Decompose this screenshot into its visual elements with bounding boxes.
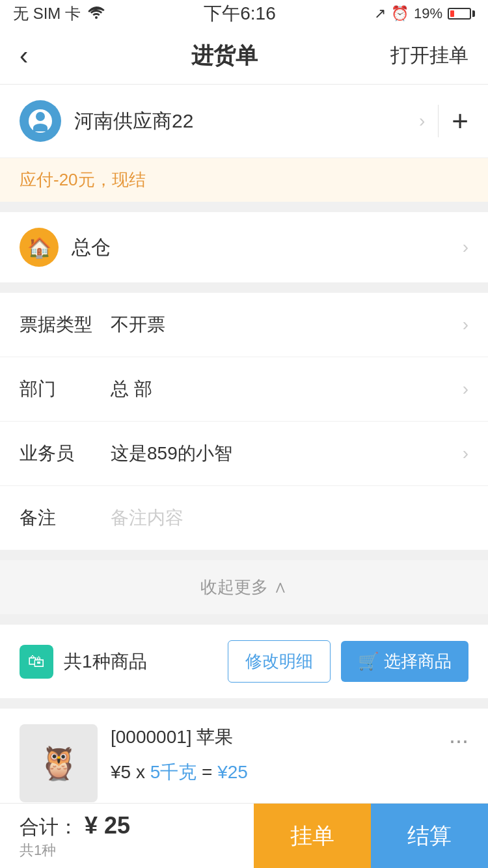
section-gap [0,614,488,625]
supplier-avatar [20,100,61,142]
remark-label: 备注 [20,506,111,530]
collapse-label: 收起更多 ∧ [200,577,287,597]
invoice-row[interactable]: 票据类型 不开票 › [0,293,488,357]
avatar-person-icon [29,109,52,133]
product-name: [0000001] 苹果 [111,724,436,750]
dept-chevron-icon: › [463,379,468,400]
invoice-chevron-icon: › [463,314,468,335]
status-left: 无 SIM 卡 [13,3,105,24]
staff-row[interactable]: 业务员 这是859的小智 › [0,422,488,486]
product-item: 🦉 [0000001] 苹果 ¥5 x 5千克 = ¥25 ··· [0,709,488,818]
price-equals: = [202,762,217,782]
product-thumbnail: 🦉 [20,724,98,802]
total-sub-count: 共1种 [20,841,234,860]
open-hang-button[interactable]: 打开挂单 [390,42,468,69]
divider [438,105,439,137]
battery-percent: 19% [414,5,442,22]
invoice-value: 不开票 [111,312,463,337]
total-label: 合计： [20,814,78,841]
product-more-button[interactable]: ··· [449,727,468,754]
warehouse-chevron-icon: › [463,237,468,258]
price-multiply: x [136,762,150,782]
shopping-bag-icon: 🛍 [28,651,45,671]
product-info: [0000001] 苹果 ¥5 x 5千克 = ¥25 [111,724,436,785]
collapse-row[interactable]: 收起更多 ∧ [0,560,488,614]
battery-icon [448,8,475,20]
cart-icon: 🛒 [358,651,379,671]
content: 河南供应商22 › + 应付-20元，现结 🏠 总仓 › 票据类型 不开票 › … [0,85,488,868]
product-total: ¥25 [217,762,248,782]
staff-label: 业务员 [20,441,111,466]
total-section: 合计： ¥ 25 共1种 [0,812,254,860]
staff-value: 这是859的小智 [111,441,463,466]
carrier-label: 无 SIM 卡 [13,3,81,24]
warehouse-card[interactable]: 🏠 总仓 › [0,212,488,282]
supplier-chevron-icon: › [419,111,425,131]
wifi-icon [87,5,105,23]
product-price: ¥5 x 5千克 = ¥25 [111,760,436,785]
product-title: 苹果 [197,727,233,747]
product-quantity: 5千克 [150,762,197,782]
product-unit-price: ¥5 [111,762,131,782]
page-title: 进货单 [191,41,258,71]
total-amount: ¥ 25 [85,812,130,839]
nav-bar: ‹ 进货单 打开挂单 [0,27,488,85]
supplier-notice: 应付-20元，现结 [0,158,488,202]
remark-input[interactable]: 备注内容 [111,506,468,530]
staff-chevron-icon: › [463,443,468,464]
alarm-icon: ⏰ [391,5,409,22]
dept-label: 部门 [20,377,111,401]
status-right: ↗ ⏰ 19% [374,5,475,22]
supplier-name: 河南供应商22 [74,108,419,135]
location-icon: ↗ [374,5,386,22]
product-code: [0000001] [111,727,192,747]
warehouse-name: 总仓 [72,234,463,261]
total-main: 合计： ¥ 25 [20,812,234,841]
remark-row[interactable]: 备注 备注内容 [0,486,488,550]
status-time: 下午6:16 [204,1,276,26]
owl-icon: 🦉 [38,744,79,782]
product-header: 🛍 共1种商品 修改明细 🛒 选择商品 [0,625,488,698]
invoice-label: 票据类型 [20,312,111,337]
select-product-label: 选择商品 [384,650,452,673]
warehouse-icon: 🏠 [20,228,59,267]
status-bar: 无 SIM 卡 下午6:16 ↗ ⏰ 19% [0,0,488,27]
edit-detail-button[interactable]: 修改明细 [228,640,331,683]
supplier-row[interactable]: 河南供应商22 › + [0,85,488,158]
dept-value: 总 部 [111,377,463,401]
product-count-label: 共1种商品 [64,649,228,674]
house-icon: 🏠 [27,236,51,259]
select-product-button[interactable]: 🛒 选择商品 [341,641,468,682]
checkout-button[interactable]: 结算 [371,804,488,869]
add-supplier-button[interactable]: + [452,107,468,135]
back-button[interactable]: ‹ [20,41,59,70]
bottom-bar: 合计： ¥ 25 共1种 挂单 结算 [0,803,488,868]
product-section-icon: 🛍 [20,645,53,679]
supplier-card: 河南供应商22 › + 应付-20元，现结 [0,85,488,202]
form-card: 票据类型 不开票 › 部门 总 部 › 业务员 这是859的小智 › 备注 备注… [0,293,488,550]
dept-row[interactable]: 部门 总 部 › [0,357,488,422]
hang-button[interactable]: 挂单 [254,804,371,869]
